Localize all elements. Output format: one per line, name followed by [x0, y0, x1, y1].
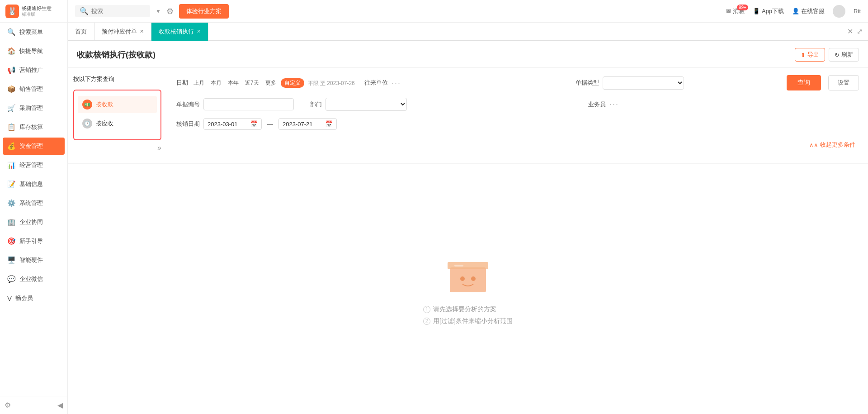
sidebar-item-hardware[interactable]: 🖥️ 智能硬件 — [0, 251, 67, 270]
date-btn-this-year[interactable]: 本年 — [226, 78, 241, 88]
date-btn-last-month[interactable]: 上月 — [192, 78, 206, 88]
collapse-sidebar-button[interactable]: ◀ — [57, 401, 63, 409]
sidebar-item-sales[interactable]: 📦 销售管理 — [0, 80, 67, 99]
filter-option-by-receipt[interactable]: 💵 按收款 — [78, 96, 157, 113]
inventory-icon: 📋 — [7, 123, 16, 131]
sidebar-item-system[interactable]: ⚙️ 系统管理 — [0, 194, 67, 213]
tab-receipt-offset[interactable]: 收款核销执行 ✕ — [151, 23, 208, 41]
dept-select[interactable] — [326, 98, 407, 111]
date-btn-custom[interactable]: 自定义 — [281, 78, 304, 88]
search-icon: 🔍 — [80, 7, 89, 15]
date-btn-this-month[interactable]: 本月 — [209, 78, 223, 88]
filter-row-2: 单据编号 部门 业务员 ··· — [176, 98, 859, 111]
doc-type-select[interactable] — [603, 76, 684, 90]
offset-date-label: 核销日期 — [176, 120, 200, 128]
online-service-button[interactable]: 👤 在线客服 — [792, 7, 825, 15]
sidebar-item-business[interactable]: 📊 经营管理 — [0, 156, 67, 175]
search-input[interactable] — [91, 8, 146, 14]
page-header: 收款核销执行(按收款) ⬆ 导出 ↻ 刷新 — [68, 41, 868, 67]
main-area: 🔍 ▼ ⚙ 体验行业方案 ✉ 消息 99+ 📱 App下载 👤 在线客服 Rit — [68, 0, 868, 414]
marketing-icon: 📢 — [7, 66, 16, 74]
settings-button[interactable]: 设置 — [828, 75, 859, 90]
content-area: 收款核销执行(按收款) ⬆ 导出 ↻ 刷新 按以下方案查询 💵 — [68, 41, 868, 414]
more-conditions-toggle[interactable]: ∧∧ 收起更多条件 — [176, 137, 859, 152]
sidebar-item-member[interactable]: V 畅会员 — [0, 289, 67, 308]
sidebar-item-enterprise[interactable]: 🏢 企业协同 — [0, 213, 67, 232]
doc-number-input[interactable] — [203, 98, 294, 110]
sidebar-item-marketing[interactable]: 📢 营销推广 — [0, 61, 67, 80]
chevron-down-icon[interactable]: ▼ — [156, 8, 161, 14]
tab-home[interactable]: 首页 — [68, 23, 94, 41]
empty-state: 1 请先选择要分析的方案 2 用[过滤]条件来缩小分析范围 — [68, 164, 868, 414]
export-button[interactable]: ⬆ 导出 — [795, 48, 825, 62]
date-shortcuts-row: 上月 本月 本年 近7天 更多 自定义 — [192, 78, 304, 88]
filter-main: 日期 上月 本月 本年 近7天 更多 自定义 不限 至 2023-07- — [167, 68, 868, 163]
sales-icon: 📦 — [7, 85, 16, 93]
sidebar-item-finance[interactable]: 💰 资金管理 — [3, 138, 65, 155]
app-download-button[interactable]: 📱 App下载 — [753, 7, 784, 15]
solution-button[interactable]: 体验行业方案 — [179, 4, 229, 19]
date-btn-more[interactable]: 更多 — [264, 78, 278, 88]
expand-icon[interactable]: ⤢ — [857, 27, 863, 36]
sidebar-item-wechat[interactable]: 💬 企业微信 — [0, 270, 67, 289]
svg-point-3 — [471, 276, 476, 281]
date-btn-7days[interactable]: 近7天 — [243, 78, 261, 88]
avatar — [833, 5, 845, 18]
sidebar-item-purchase[interactable]: 🛒 采购管理 — [0, 99, 67, 118]
offset-date-start-wrap: 📅 — [203, 118, 262, 130]
collapse-icon: » — [157, 144, 161, 152]
enterprise-icon: 🏢 — [7, 218, 16, 226]
dept-field: 部门 — [310, 98, 581, 111]
sidebar-item-quick-nav[interactable]: 🏠 快捷导航 — [0, 42, 67, 61]
calendar-start-icon[interactable]: 📅 — [250, 120, 258, 128]
refresh-button[interactable]: ↻ 刷新 — [829, 48, 859, 62]
offset-date-start-input[interactable] — [208, 121, 248, 128]
offset-date-end-input[interactable] — [283, 121, 323, 128]
member-icon: V — [7, 295, 12, 302]
date-label: 日期 — [176, 79, 188, 87]
filter-row-1: 日期 上月 本月 本年 近7天 更多 自定义 不限 至 2023-07- — [176, 75, 859, 90]
gear-icon[interactable]: ⚙ — [166, 6, 174, 16]
query-button[interactable]: 查询 — [787, 75, 821, 90]
filter-row-3: 核销日期 📅 — 📅 — [176, 118, 859, 130]
chevron-up-icon: ∧∧ — [809, 142, 818, 148]
close-window-icon[interactable]: ✕ — [847, 27, 853, 36]
business-icon: 📊 — [7, 161, 16, 169]
sidebar-item-inventory[interactable]: 📋 库存核算 — [0, 118, 67, 137]
dept-label: 部门 — [310, 100, 322, 109]
hardware-icon: 🖥️ — [7, 256, 16, 264]
sidebar-nav: 🔍 搜索菜单 🏠 快捷导航 📢 营销推广 📦 销售管理 🛒 采购管理 📋 库存核… — [0, 23, 67, 396]
calendar-end-icon[interactable]: 📅 — [325, 120, 333, 128]
message-icon: ✉ — [726, 8, 731, 14]
by-receivable-icon: 🕐 — [82, 119, 92, 128]
topbar-right: ✉ 消息 99+ 📱 App下载 👤 在线客服 Rit — [726, 5, 861, 18]
svg-point-2 — [460, 276, 465, 281]
date-range-separator: — — [267, 121, 273, 128]
message-badge: 99+ — [737, 5, 748, 10]
finance-icon: 💰 — [7, 142, 16, 150]
sidebar-bottom: ⚙ ◀ — [0, 396, 67, 414]
wechat-icon: 💬 — [7, 275, 16, 283]
filter-collapse-button[interactable]: » — [73, 140, 161, 156]
tab-close-prepay[interactable]: ✕ — [140, 29, 144, 34]
offset-date-field: 核销日期 📅 — 📅 — [176, 118, 337, 130]
phone-icon: 📱 — [753, 8, 760, 14]
sidebar-item-guide[interactable]: 🎯 新手引导 — [0, 232, 67, 251]
logo-text: 畅捷通好生意 标准版 — [22, 5, 52, 17]
settings-icon[interactable]: ⚙ — [5, 401, 11, 409]
filter-option-by-receivable[interactable]: 🕐 按应收 — [78, 115, 157, 132]
sidebar-item-search[interactable]: 🔍 搜索菜单 — [0, 23, 67, 42]
by-receipt-icon: 💵 — [82, 100, 92, 109]
basic-info-icon: 📝 — [7, 180, 16, 188]
date-unlimited-text: 不限 至 2023-07-26 — [308, 80, 355, 87]
empty-illustration — [441, 249, 495, 296]
hint-number-2: 2 — [423, 318, 430, 325]
logo-icon: 🐰 — [5, 5, 19, 18]
sidebar-item-basic-info[interactable]: 📝 基础信息 — [0, 175, 67, 194]
tab-prepay[interactable]: 预付冲应付单 ✕ — [94, 23, 151, 41]
tab-close-receipt-offset[interactable]: ✕ — [197, 29, 201, 34]
topbar-search[interactable]: 🔍 — [75, 5, 150, 17]
page-actions: ⬆ 导出 ↻ 刷新 — [795, 48, 859, 62]
tabbar: 首页 预付冲应付单 ✕ 收款核销执行 ✕ ✕ ⤢ — [68, 23, 868, 41]
message-button[interactable]: ✉ 消息 99+ — [726, 7, 745, 15]
